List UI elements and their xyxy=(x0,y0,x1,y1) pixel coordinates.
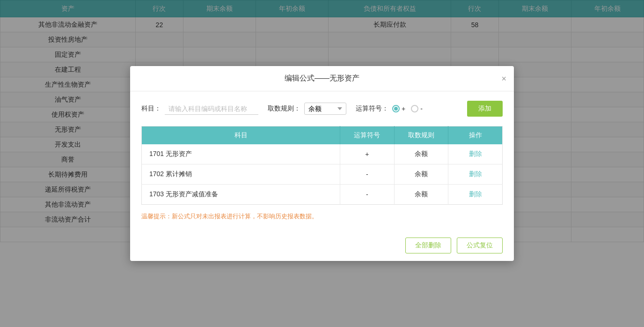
formula-row: 1703 无形资产减值准备-余额删除 xyxy=(142,185,503,205)
formula-operator: - xyxy=(340,185,395,205)
modal-header: 编辑公式——无形资产 × xyxy=(130,66,514,91)
modal-close-button[interactable]: × xyxy=(501,74,506,83)
formula-table: 科目 运算符号 取数规则 操作 1701 无形资产+余额删除1702 累计摊销-… xyxy=(141,126,503,205)
formula-subject: 1703 无形资产减值准备 xyxy=(142,185,340,205)
delete-row-button[interactable]: 删除 xyxy=(469,170,482,178)
add-button[interactable]: 添加 xyxy=(467,101,503,117)
modal-overlay: 编辑公式——无形资产 × 科目： 取数规则： 余额 借方 贷方 借方累计 贷 xyxy=(0,0,644,327)
formula-row: 1702 累计摊销-余额删除 xyxy=(142,164,503,185)
reset-button[interactable]: 公式复位 xyxy=(457,238,503,253)
form-row: 科目： 取数规则： 余额 借方 贷方 借方累计 贷方累计 运算符号： xyxy=(141,101,503,117)
modal-footer: 全部删除 公式复位 xyxy=(130,230,514,261)
formula-rule: 余额 xyxy=(394,164,448,185)
radio-group: + - xyxy=(392,105,423,112)
subject-group: 科目： xyxy=(141,103,258,115)
th-rule: 取数规则 xyxy=(394,126,448,145)
th-subject: 科目 xyxy=(142,126,340,145)
subject-input[interactable] xyxy=(165,103,258,115)
radio-plus-circle xyxy=(392,105,400,112)
formula-subject: 1702 累计摊销 xyxy=(142,164,340,185)
formula-operator: + xyxy=(340,144,395,164)
delete-row-button[interactable]: 删除 xyxy=(469,150,482,157)
modal-body: 科目： 取数规则： 余额 借方 贷方 借方累计 贷方累计 运算符号： xyxy=(130,91,514,230)
formula-rule: 余额 xyxy=(394,144,448,164)
formula-action: 删除 xyxy=(448,164,503,185)
operator-label: 运算符号： xyxy=(356,104,388,113)
formula-rule: 余额 xyxy=(394,185,448,205)
delete-row-button[interactable]: 删除 xyxy=(469,190,482,198)
subject-label: 科目： xyxy=(141,104,161,113)
delete-all-button[interactable]: 全部删除 xyxy=(405,238,451,253)
formula-operator: - xyxy=(340,164,395,185)
modal-title: 编辑公式——无形资产 xyxy=(285,74,359,82)
th-operator: 运算符号 xyxy=(340,126,395,145)
radio-minus-circle xyxy=(411,105,418,112)
formula-action: 删除 xyxy=(448,185,503,205)
rule-select[interactable]: 余额 借方 贷方 借方累计 贷方累计 xyxy=(304,103,346,115)
rule-group: 取数规则： 余额 借方 贷方 借方累计 贷方累计 xyxy=(268,103,346,115)
rule-label: 取数规则： xyxy=(268,104,300,113)
formula-row: 1701 无形资产+余额删除 xyxy=(142,144,503,164)
modal-dialog: 编辑公式——无形资产 × 科目： 取数规则： 余额 借方 贷方 借方累计 贷 xyxy=(130,66,514,261)
operator-group: 运算符号： + - xyxy=(356,104,423,113)
radio-plus[interactable]: + xyxy=(392,105,405,112)
th-action: 操作 xyxy=(448,126,503,145)
hint-text: 温馨提示：新公式只对未出报表进行计算，不影响历史报表数据。 xyxy=(141,212,503,221)
radio-minus[interactable]: - xyxy=(411,105,423,112)
radio-plus-label: + xyxy=(402,105,405,112)
formula-subject: 1701 无形资产 xyxy=(142,144,340,164)
radio-minus-label: - xyxy=(420,105,423,112)
formula-action: 删除 xyxy=(448,144,503,164)
